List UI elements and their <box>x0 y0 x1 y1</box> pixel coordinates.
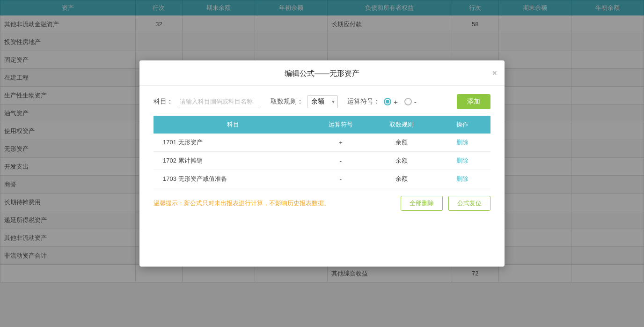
formula-row: 1702 累计摊销 - 余额 删除 <box>154 152 490 170</box>
radio-plus[interactable]: + <box>384 98 398 106</box>
delete-row-link[interactable]: 删除 <box>456 175 468 182</box>
radio-plus-circle <box>384 98 391 105</box>
formula-table: 科目 运算符号 取数规则 操作 1701 无形资产 + 余额 删除 1702 累… <box>154 116 490 188</box>
add-button[interactable]: 添加 <box>457 94 490 109</box>
operator-section: 运算符号： + - <box>347 97 417 106</box>
form-row: 科目： 取数规则： 余额 运算符号： + <box>139 86 505 116</box>
close-button[interactable]: × <box>492 69 497 77</box>
th-action: 操作 <box>434 116 490 134</box>
formula-subject: 1701 无形资产 <box>154 134 313 152</box>
operator-label: 运算符号： <box>347 97 380 106</box>
formula-action[interactable]: 删除 <box>434 134 490 152</box>
operator-radio-group: + - <box>384 98 417 106</box>
th-operator: 运算符号 <box>313 116 369 134</box>
reset-formula-button[interactable]: 公式复位 <box>448 196 490 211</box>
formula-action[interactable]: 删除 <box>434 170 490 188</box>
formula-row: 1703 无形资产减值准备 - 余额 删除 <box>154 170 490 188</box>
subject-section: 科目： <box>154 96 261 107</box>
th-rule: 取数规则 <box>369 116 434 134</box>
formula-subject: 1702 累计摊销 <box>154 152 313 170</box>
subject-label: 科目： <box>154 97 173 106</box>
rule-value: 余额 <box>311 97 324 106</box>
edit-formula-modal: 编辑公式——无形资产 × 科目： 取数规则： 余额 运算符号： <box>139 60 505 267</box>
modal-overlay: 编辑公式——无形资产 × 科目： 取数规则： 余额 运算符号： <box>0 0 644 327</box>
radio-minus-circle <box>404 98 412 105</box>
data-table-wrap: 科目 运算符号 取数规则 操作 1701 无形资产 + 余额 删除 1702 累… <box>139 116 505 188</box>
formula-row: 1701 无形资产 + 余额 删除 <box>154 134 490 152</box>
modal-title: 编辑公式——无形资产 <box>285 69 359 79</box>
formula-operator: - <box>313 170 369 188</box>
rule-section: 取数规则： 余额 <box>271 95 338 108</box>
rule-select[interactable]: 余额 <box>307 95 338 108</box>
th-subject: 科目 <box>154 116 313 134</box>
delete-all-button[interactable]: 全部删除 <box>401 196 443 211</box>
formula-rule: 余额 <box>369 170 434 188</box>
modal-header: 编辑公式——无形资产 × <box>139 60 505 86</box>
formula-rule: 余额 <box>369 152 434 170</box>
modal-footer: 温馨提示：新公式只对未出报表进行计算，不影响历史报表数据。 全部删除 公式复位 <box>139 188 505 211</box>
formula-subject: 1703 无形资产减值准备 <box>154 170 313 188</box>
radio-minus-label: - <box>414 98 417 106</box>
formula-operator: - <box>313 152 369 170</box>
rule-label: 取数规则： <box>271 97 303 106</box>
radio-plus-label: + <box>394 98 398 106</box>
formula-operator: + <box>313 134 369 152</box>
delete-row-link[interactable]: 删除 <box>456 139 468 146</box>
radio-minus[interactable]: - <box>404 98 417 106</box>
delete-row-link[interactable]: 删除 <box>456 157 468 164</box>
hint-text: 温馨提示：新公式只对未出报表进行计算，不影响历史报表数据。 <box>154 199 330 208</box>
formula-action[interactable]: 删除 <box>434 152 490 170</box>
formula-rule: 余额 <box>369 134 434 152</box>
subject-input[interactable] <box>177 96 261 107</box>
footer-buttons: 全部删除 公式复位 <box>401 196 490 211</box>
